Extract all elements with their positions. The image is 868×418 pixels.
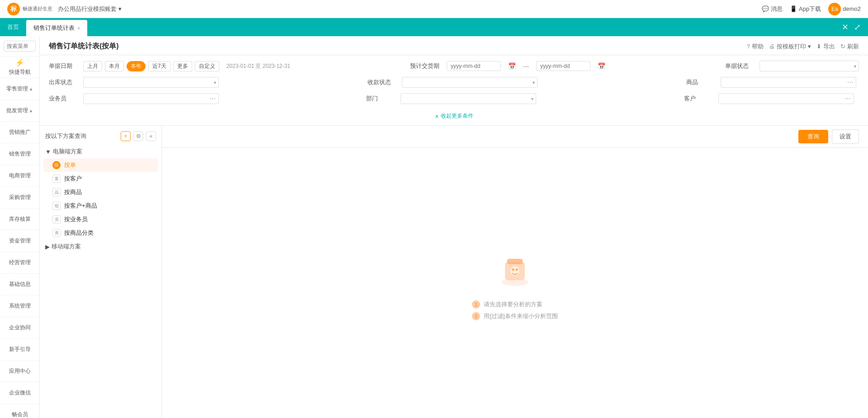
nav-tab-actions: ✕ ⤢ — [842, 22, 868, 32]
top-bar-right: 💬 消息 📱 App下载 Ea demo2 — [762, 3, 861, 15]
sales-person-label: 业务员 — [49, 95, 76, 103]
collapse-button[interactable]: ∧ 收起更多条件 — [49, 109, 859, 120]
sidebar-item-retail-mgmt[interactable]: 零售管理 ▲ — [0, 78, 39, 100]
status-select[interactable] — [760, 61, 859, 71]
solution-item-by-goods[interactable]: 品 按商品 — [43, 185, 158, 199]
export-button[interactable]: ⬇ 导出 — [816, 43, 835, 51]
status-label: 单据状态 — [725, 62, 752, 70]
date-btn-7days[interactable]: 近7天 — [148, 61, 170, 71]
main-layout: ⚡ 快捷导航 零售管理 ▲ 批发管理 ▲ 营销推广 销售管理 电商管理 采购管理… — [0, 36, 868, 418]
refresh-button[interactable]: ↻ 刷新 — [840, 43, 859, 51]
solution-panel-title: 按以下方案查询 — [45, 132, 86, 140]
sidebar-item-sales-mgmt[interactable]: 销售管理 — [0, 143, 39, 165]
page-title: 销售订单统计表(按单) — [49, 42, 119, 51]
goods-more-icon[interactable]: ··· — [847, 78, 853, 86]
sidebar-item-enterprise[interactable]: 企业协同 — [0, 317, 39, 339]
empty-state: 1 请先选择要分析的方案 2 用[过滤]条件来缩小分析范围 — [162, 148, 868, 418]
solution-settings-button[interactable]: ⚙ — [133, 131, 143, 141]
user-menu-button[interactable]: Ea demo2 — [828, 3, 861, 15]
dept-select[interactable] — [401, 93, 536, 104]
logo-icon: 标 — [7, 3, 20, 15]
sidebar-item-onboarding[interactable]: 新手引导 — [0, 339, 39, 361]
solution-group-mobile-header[interactable]: ▶ 移动端方案 — [43, 240, 158, 253]
page-header-actions: ? 帮助 🖨 按模板打印 ▾ ⬇ 导出 ↻ 刷新 — [747, 43, 859, 51]
solution-item-by-order[interactable]: 按 按单 — [43, 158, 158, 172]
app-selector-chevron: ▾ — [118, 5, 122, 12]
sidebar-item-enterprise-wx[interactable]: 企业微信 — [0, 382, 39, 404]
sidebar-item-quick-nav[interactable]: ⚡ 快捷导航 — [0, 57, 39, 78]
sidebar-item-inventory[interactable]: 库存核算 — [0, 209, 39, 230]
solution-item-by-sales-person[interactable]: 员 按业务员 — [43, 213, 158, 226]
user-avatar: Ea — [828, 3, 841, 15]
date-btn-more[interactable]: 更多 — [173, 61, 192, 71]
sidebar: ⚡ 快捷导航 零售管理 ▲ 批发管理 ▲ 营销推广 销售管理 电商管理 采购管理… — [0, 36, 40, 418]
sidebar-item-marketing[interactable]: 营销推广 — [0, 122, 39, 143]
filter-row-3: 业务员 ··· 部门 客户 ··· — [49, 93, 859, 104]
payment-status-label: 收款状态 — [368, 78, 395, 86]
empty-hint-1: 1 请先选择要分析的方案 — [472, 300, 557, 309]
chevron-down-icon: ▲ — [29, 86, 33, 91]
solution-item-by-customer-goods[interactable]: 组 按客户+商品 — [43, 199, 158, 213]
app-selector[interactable]: 办公用品行业模拟账套 ▾ — [58, 5, 122, 13]
solution-item-by-customer[interactable]: 客 按客户 — [43, 172, 158, 185]
tab-close-icon[interactable]: × — [77, 25, 80, 31]
calendar-start-icon[interactable]: 📅 — [508, 62, 516, 70]
solution-item-by-goods-category[interactable]: 类 按商品分类 — [43, 226, 158, 240]
sidebar-item-app-center[interactable]: 应用中心 — [0, 361, 39, 382]
solution-header-icons: + ⚙ « — [121, 131, 156, 141]
nav-tabs: 首页 销售订单统计表 × ✕ ⤢ — [0, 18, 868, 36]
search-input[interactable] — [4, 41, 36, 52]
category-icon: 类 — [52, 229, 61, 237]
date-separator: — — [523, 63, 529, 70]
sidebar-item-operations[interactable]: 经营管理 — [0, 252, 39, 274]
print-button[interactable]: 🖨 按模板打印 ▾ — [769, 43, 811, 51]
date-btn-this-year[interactable]: 本年 — [127, 61, 146, 71]
print-chevron-icon: ▾ — [808, 43, 811, 50]
empty-hints: 1 请先选择要分析的方案 2 用[过滤]条件来缩小分析范围 — [472, 300, 557, 320]
close-all-tabs-icon[interactable]: ✕ — [842, 22, 849, 32]
message-button[interactable]: 💬 消息 — [762, 5, 783, 13]
logo-area: 标 畅捷通好生意 — [7, 3, 52, 15]
help-button[interactable]: ? 帮助 — [747, 43, 764, 51]
delivery-date-start[interactable] — [447, 61, 501, 71]
date-btn-last-month[interactable]: 上月 — [83, 61, 102, 71]
tab-sales-order-stats[interactable]: 销售订单统计表 × — [26, 20, 87, 36]
goods-icon: 品 — [52, 188, 61, 196]
customer-more-icon[interactable]: ··· — [844, 95, 850, 103]
empty-illustration — [492, 246, 538, 291]
top-bar: 标 畅捷通好生意 办公用品行业模拟账套 ▾ 💬 消息 📱 App下载 Ea de… — [0, 0, 868, 18]
sales-person-more-icon[interactable]: ··· — [210, 95, 216, 103]
dept-select-wrap — [401, 93, 536, 104]
refresh-icon: ↻ — [840, 43, 845, 50]
add-solution-button[interactable]: + — [121, 131, 131, 141]
payment-status-select[interactable] — [402, 77, 538, 88]
date-btn-this-month[interactable]: 本月 — [105, 61, 124, 71]
sidebar-item-basic-info[interactable]: 基础信息 — [0, 274, 39, 295]
delivery-date-end[interactable] — [536, 61, 590, 71]
order-icon: 按 — [52, 161, 61, 169]
sidebar-item-finance[interactable]: 资金管理 — [0, 230, 39, 252]
settings-button[interactable]: 设置 — [832, 129, 859, 144]
date-btn-custom[interactable]: 自定义 — [195, 61, 219, 71]
query-button[interactable]: 查询 — [798, 130, 828, 143]
solution-panel-header: 按以下方案查询 + ⚙ « — [40, 131, 161, 145]
empty-hint-2: 2 用[过滤]条件来缩小分析范围 — [472, 312, 557, 320]
tab-home[interactable]: 首页 — [0, 18, 26, 36]
out-status-select[interactable] — [83, 77, 219, 88]
sidebar-item-wholesale-mgmt[interactable]: 批发管理 ▲ — [0, 100, 39, 122]
solution-collapse-button[interactable]: « — [146, 131, 156, 141]
calendar-end-icon[interactable]: 📅 — [598, 62, 605, 70]
solution-group-pc-header[interactable]: ▼ 电脑端方案 — [43, 145, 158, 158]
app-download-button[interactable]: 📱 App下载 — [790, 5, 821, 13]
sidebar-item-system[interactable]: 系统管理 — [0, 295, 39, 317]
expected-delivery-label: 预计交货期 — [410, 62, 439, 70]
export-icon: ⬇ — [816, 43, 821, 50]
payment-status-select-wrap — [402, 77, 538, 88]
person-icon: 员 — [52, 215, 61, 223]
settings-icon: ⚙ — [136, 133, 141, 139]
maximize-icon[interactable]: ⤢ — [854, 22, 861, 32]
sidebar-item-members[interactable]: 畅会员 — [0, 404, 39, 418]
sidebar-item-ecommerce[interactable]: 电商管理 — [0, 165, 39, 187]
sidebar-item-purchase[interactable]: 采购管理 — [0, 187, 39, 209]
goods-label: 商品 — [686, 78, 713, 86]
